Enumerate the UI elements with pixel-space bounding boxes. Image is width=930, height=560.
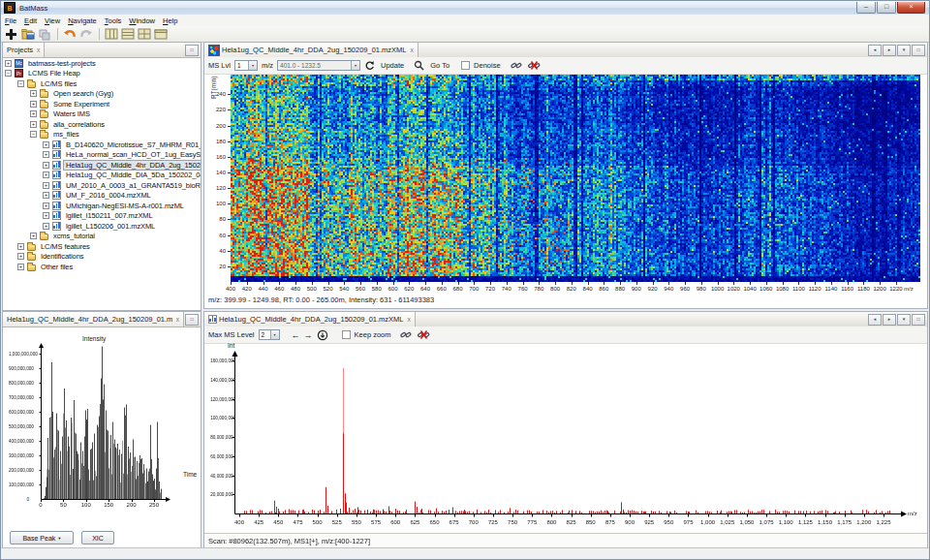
tree-item[interactable]: −PrLCMS File Heap — [3, 69, 201, 79]
tree-item[interactable]: −ms_files — [3, 130, 201, 140]
xic-button[interactable]: XIC — [81, 531, 114, 544]
expand-icon[interactable]: + — [17, 253, 24, 260]
mz-range-select[interactable]: 401.0 - 1232.5▾ — [277, 60, 360, 71]
chromatogram-canvas[interactable] — [31, 333, 176, 506]
scroll-left-icon[interactable]: ◂ — [868, 314, 882, 326]
expand-icon[interactable]: + — [5, 60, 12, 67]
expand-icon[interactable]: + — [43, 223, 49, 230]
maximize-view-icon[interactable]: □ — [912, 314, 925, 326]
expand-icon[interactable]: + — [43, 171, 49, 178]
previous-scan-icon[interactable]: ← — [292, 330, 300, 340]
split-horizontal-icon[interactable] — [120, 27, 135, 41]
close-icon[interactable]: x — [411, 47, 414, 53]
collapse-icon[interactable]: − — [30, 131, 37, 138]
tree-item[interactable]: +UMichigan-NegESI-MS-A-r001.mzML — [3, 201, 201, 211]
tree-item[interactable]: +Identifications — [3, 252, 201, 263]
lcms-heatmap-canvas[interactable] — [231, 75, 920, 282]
tab-spectrum-file[interactable]: Hela1ug_QC_Middle_4hr_DDA_2ug_150209_01.… — [204, 312, 416, 327]
tree-item[interactable]: +Open search (Gyg) — [3, 89, 201, 100]
scroll-left-icon[interactable]: ◂ — [868, 45, 882, 56]
link-views-icon[interactable] — [400, 328, 412, 342]
expand-icon[interactable]: + — [43, 182, 49, 189]
expand-icon[interactable]: + — [43, 141, 49, 148]
unlink-views-icon[interactable] — [418, 328, 430, 342]
expand-icon[interactable]: + — [43, 202, 49, 209]
copy-icon[interactable] — [37, 27, 51, 41]
scroll-right-icon[interactable]: ▸ — [883, 45, 896, 56]
menu-item-window[interactable]: Window — [125, 16, 159, 25]
expand-icon[interactable]: + — [17, 264, 24, 270]
collapse-icon[interactable]: − — [5, 70, 12, 77]
expand-icon[interactable]: + — [17, 243, 24, 250]
scroll-right-icon[interactable]: ▸ — [883, 314, 896, 326]
menu-item-navigate[interactable]: Navigate — [64, 16, 101, 25]
expand-icon[interactable]: + — [43, 192, 49, 199]
tree-item[interactable]: +B_D140620_Microtissue_S7_MHRM_R01_T0.mz… — [3, 140, 201, 150]
update-refresh-icon[interactable] — [364, 59, 375, 73]
max-ms-level-select[interactable]: 2▾ — [259, 329, 280, 340]
spectrum-canvas[interactable] — [225, 349, 922, 519]
collapse-icon[interactable]: − — [17, 80, 24, 87]
tree-item[interactable]: +xcms_tutorial — [3, 232, 201, 242]
new-file-icon[interactable] — [4, 27, 18, 41]
split-grid-icon[interactable] — [137, 27, 151, 41]
close-icon[interactable]: x — [408, 316, 411, 323]
maximize-view-icon[interactable]: □ — [912, 45, 925, 56]
expand-icon[interactable]: + — [43, 212, 49, 219]
menu-item-help[interactable]: Help — [159, 16, 181, 25]
undo-icon[interactable] — [62, 27, 77, 41]
goto-label[interactable]: Go To — [430, 61, 450, 70]
tab-list-icon[interactable]: ▾ — [897, 45, 911, 56]
tree-item[interactable]: +Some Experiment — [3, 99, 201, 109]
tab-chromatogram-file[interactable]: Hela1ug_QC_Middle_4hr_DDA_2ug_150209_01.… — [3, 312, 184, 327]
minimize-window-icon[interactable]: □ — [185, 45, 199, 56]
next-scan-icon[interactable]: → — [304, 330, 313, 340]
tab-heatmap-file[interactable]: Hela1ug_QC_Middle_4hr_DDA_2ug_150209_01.… — [204, 43, 418, 57]
expand-icon[interactable]: + — [30, 233, 37, 239]
tree-item[interactable]: +lgillet_L150206_001.mzXML — [3, 221, 201, 232]
unlink-views-icon[interactable] — [528, 59, 541, 73]
redo-icon[interactable] — [78, 27, 93, 41]
tree-item[interactable]: +alla_correlations — [3, 119, 201, 130]
tree-item[interactable]: +Other files — [3, 262, 201, 272]
tree-item[interactable]: +UM_F_2016_0004.mzXML — [3, 191, 201, 202]
tab-projects[interactable]: Projects x — [3, 43, 45, 57]
tree-item[interactable]: +UM_2010_A_0003_a1_GRANTA519_bioRep1_c.m… — [3, 180, 201, 191]
ms-level-select[interactable]: 1▾ — [234, 60, 258, 71]
tree-item[interactable]: +Hela1ug_QC_Middle_DIA_5Da_150202_04.mzX… — [3, 171, 201, 181]
keep-zoom-checkbox[interactable] — [342, 330, 351, 339]
tree-item[interactable]: +Hela1ug_QC_Middle_4hr_DDA_2ug_150209_01… — [3, 160, 201, 171]
expand-icon[interactable]: + — [43, 162, 49, 169]
open-project-icon[interactable] — [20, 27, 35, 41]
menu-item-edit[interactable]: Edit — [20, 16, 41, 25]
new-window-icon[interactable] — [153, 27, 168, 41]
minimize-window-icon[interactable]: □ — [185, 314, 199, 326]
chromatogram-mode-button[interactable]: Base Peak▾ — [10, 531, 74, 544]
denoise-checkbox[interactable] — [461, 61, 470, 70]
menu-item-tools[interactable]: Tools — [101, 16, 126, 25]
tab-list-icon[interactable]: ▾ — [897, 314, 911, 326]
minimize-button[interactable]: – — [856, 2, 876, 14]
tree-item[interactable]: +Waters IMS — [3, 109, 201, 120]
goto-scan-icon[interactable] — [317, 328, 328, 342]
link-views-icon[interactable] — [511, 59, 522, 73]
expand-icon[interactable]: + — [30, 101, 37, 108]
menu-item-view[interactable]: View — [41, 16, 64, 25]
tree-item[interactable]: +Mcbatmass-test-projects — [3, 58, 201, 69]
expand-icon[interactable]: + — [30, 121, 37, 128]
menu-item-file[interactable]: File — [1, 16, 20, 25]
tree-item[interactable]: +lgillet_I150211_007.mzXML — [3, 211, 201, 222]
close-icon[interactable]: x — [37, 47, 40, 53]
close-icon[interactable]: x — [176, 316, 179, 323]
update-label[interactable]: Update — [381, 61, 404, 70]
goto-search-icon[interactable] — [414, 59, 424, 73]
maximize-button[interactable]: □ — [877, 2, 896, 14]
expand-icon[interactable]: + — [30, 90, 37, 97]
expand-icon[interactable]: + — [43, 151, 49, 158]
tree-item[interactable]: −LC/MS files — [3, 78, 201, 89]
tree-item[interactable]: +HeLa_normal_scan_HCD_OT_1ug_EasySpray5_… — [3, 150, 201, 161]
close-button[interactable]: × — [897, 2, 925, 14]
split-vertical-icon[interactable] — [104, 27, 118, 41]
tree-item[interactable]: +LC/MS features — [3, 241, 201, 252]
expand-icon[interactable]: + — [30, 110, 37, 117]
